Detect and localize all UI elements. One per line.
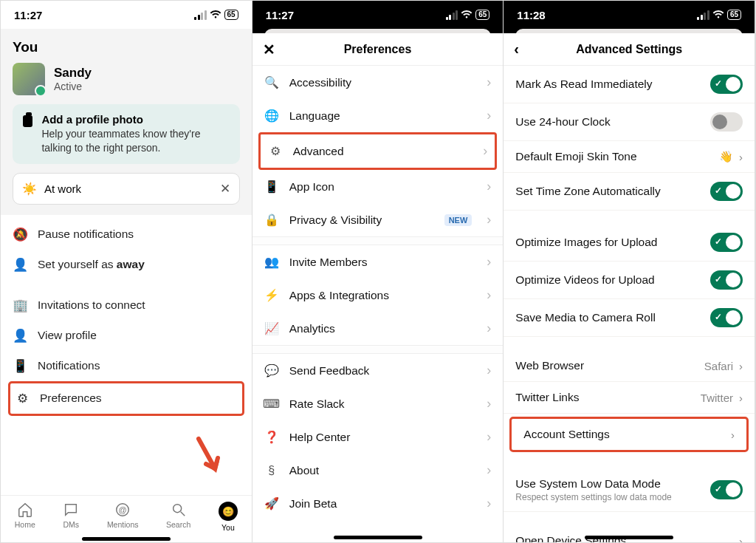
tab-bar: Home DMs @Mentions Search 😊You <box>1 495 252 543</box>
status-time: 11:28 <box>517 9 545 21</box>
globe-icon: 🌐 <box>264 109 279 123</box>
view-profile-item[interactable]: 👤View profile <box>13 321 240 351</box>
toggle-on[interactable]: ✓ <box>710 75 743 94</box>
chevron-right-icon: › <box>739 151 743 163</box>
emoji-row[interactable]: Default Emoji Skin Tone👋› <box>504 141 755 173</box>
home-indicator <box>82 537 171 541</box>
set-away-item[interactable]: 👤Set yourself as away <box>13 250 240 280</box>
chevron-right-icon: › <box>483 143 487 159</box>
emoji-value: 👋 <box>719 150 733 163</box>
svg-line-4 <box>180 512 185 516</box>
status-icons: 65 <box>194 10 238 20</box>
add-photo-card[interactable]: Add a profile photo Help your teammates … <box>13 104 240 164</box>
invitations-item[interactable]: 🏢Invitations to connect <box>13 290 240 321</box>
person-icon: 👤 <box>13 257 27 273</box>
advanced-list: Mark As Read Immediately✓ Use 24-hour Cl… <box>504 66 755 543</box>
person-plus-icon: 👥 <box>264 255 279 269</box>
page-title: You <box>13 39 240 55</box>
close-button[interactable]: ✕ <box>263 41 275 58</box>
chevron-right-icon: › <box>731 428 735 441</box>
close-icon[interactable]: ✕ <box>220 181 230 197</box>
status-time: 11:27 <box>14 9 42 21</box>
wifi-icon <box>712 10 724 19</box>
apps-row[interactable]: ⚡Apps & Integrations› <box>252 279 504 312</box>
sun-icon: ☀️ <box>22 182 37 196</box>
beta-row[interactable]: 🚀Join Beta› <box>252 487 504 520</box>
account-settings-row[interactable]: Account Settings› <box>512 419 746 450</box>
analytics-row[interactable]: 📈Analytics› <box>252 312 504 345</box>
wifi-icon <box>461 10 472 19</box>
toggle-on[interactable]: ✓ <box>710 233 743 252</box>
optimize-images-row[interactable]: Optimize Images for Upload✓ <box>504 224 755 262</box>
rate-row[interactable]: ⌨Rate Slack› <box>252 387 504 420</box>
battery-icon: 65 <box>224 10 238 20</box>
toggle-off[interactable] <box>710 112 743 132</box>
battery-icon: 65 <box>727 10 741 20</box>
low-data-row[interactable]: Use System Low Data ModeRespect system s… <box>504 468 755 512</box>
header-title: Preferences <box>344 43 412 56</box>
avatar[interactable] <box>13 63 45 95</box>
appicon-row[interactable]: 📱App Icon› <box>252 170 504 203</box>
signal-icon <box>446 10 458 20</box>
you-header: You Sandy Active Add a profile photo Hel… <box>1 29 252 215</box>
chevron-right-icon: › <box>487 75 491 90</box>
mark-read-row[interactable]: Mark As Read Immediately✓ <box>504 66 755 103</box>
feedback-row[interactable]: 💬Send Feedback› <box>252 354 504 387</box>
screen-advanced: 11:28 65 ‹ Advanced Settings Mark As Rea… <box>504 1 755 543</box>
about-row[interactable]: §About› <box>252 454 504 487</box>
cogs-icon: ⚙ <box>268 144 283 158</box>
advanced-row[interactable]: ⚙Advanced› <box>261 134 495 168</box>
pause-notifications-item[interactable]: 🔕Pause notifications <box>13 219 240 250</box>
chevron-right-icon: › <box>487 287 491 303</box>
tab-you[interactable]: 😊You <box>219 502 238 532</box>
preferences-item[interactable]: ⚙Preferences <box>15 383 238 414</box>
language-row[interactable]: 🌐Language› <box>252 99 504 132</box>
clock24-row[interactable]: Use 24-hour Clock <box>504 103 755 141</box>
rocket-icon: 🚀 <box>264 496 279 510</box>
toggle-on[interactable]: ✓ <box>710 182 743 201</box>
twitter-row[interactable]: Twitter LinksTwitter› <box>504 382 755 414</box>
phone-icon: 📱 <box>13 358 27 374</box>
toggle-on[interactable]: ✓ <box>710 308 743 327</box>
toggle-on[interactable]: ✓ <box>710 480 743 499</box>
web-browser-row[interactable]: Web BrowserSafari› <box>504 350 755 382</box>
tab-dms[interactable]: DMs <box>63 502 79 529</box>
new-badge: NEW <box>444 214 472 226</box>
notifications-item[interactable]: 📱Notifications <box>13 351 240 381</box>
tab-search[interactable]: Search <box>166 502 190 529</box>
bell-off-icon: 🔕 <box>13 227 27 242</box>
battery-icon: 65 <box>475 10 489 20</box>
tab-home[interactable]: Home <box>15 502 35 529</box>
help-row[interactable]: ❓Help Center› <box>252 420 504 454</box>
profile-status: Active <box>54 81 92 92</box>
timezone-row[interactable]: Set Time Zone Automatically✓ <box>504 173 755 211</box>
toggle-on[interactable]: ✓ <box>710 270 743 290</box>
accessibility-row[interactable]: 🔍Accessibility› <box>252 66 504 99</box>
home-indicator <box>334 536 422 539</box>
invite-row[interactable]: 👥Invite Members› <box>252 245 504 279</box>
save-media-row[interactable]: Save Media to Camera Roll✓ <box>504 299 755 337</box>
tab-mentions[interactable]: @Mentions <box>107 502 139 529</box>
chevron-right-icon: › <box>487 254 491 270</box>
device-settings-row[interactable]: Open Device Settings› <box>504 525 755 543</box>
chevron-right-icon: › <box>487 179 491 194</box>
chevron-right-icon: › <box>487 396 491 411</box>
svg-point-3 <box>173 505 181 513</box>
add-photo-title: Add a profile photo <box>41 113 229 126</box>
status-time: 11:27 <box>266 9 294 21</box>
phone-icon: 📱 <box>264 180 279 194</box>
lock-icon: 🔒 <box>264 213 279 227</box>
help-icon: ❓ <box>264 430 279 444</box>
status-pill[interactable]: ☀️At work ✕ <box>13 173 240 205</box>
screen-you: 11:27 65 You Sandy Active Add a profile … <box>1 1 252 543</box>
nav-header: ‹ Advanced Settings <box>504 33 755 66</box>
optimize-videos-row[interactable]: Optimize Videos for Upload✓ <box>504 262 755 299</box>
wifi-icon <box>210 10 221 19</box>
status-bar: 11:27 65 <box>252 1 504 29</box>
building-icon: 🏢 <box>13 298 27 313</box>
privacy-row[interactable]: 🔒Privacy & VisibilityNEW› <box>252 203 504 236</box>
slack-icon: § <box>264 464 279 477</box>
profile-row[interactable]: Sandy Active <box>13 63 240 95</box>
back-button[interactable]: ‹ <box>514 41 519 58</box>
status-text: At work <box>44 182 81 195</box>
